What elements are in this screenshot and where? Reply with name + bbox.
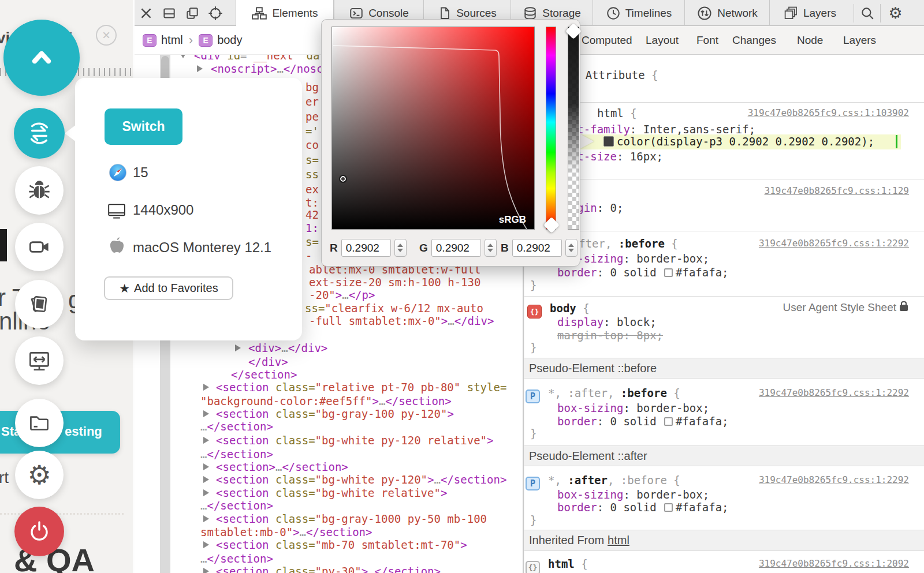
scroll-top-button[interactable] [3, 20, 80, 96]
disclosure-triangle-icon[interactable] [180, 55, 187, 58]
tab-elements[interactable]: Elements [236, 0, 334, 26]
disclosure-triangle-icon[interactable] [203, 568, 209, 573]
switch-button[interactable] [14, 108, 65, 159]
css-declaration-line[interactable]: display: block; [557, 315, 657, 329]
channel-input-g[interactable] [431, 239, 481, 257]
css-declaration-line[interactable]: box-sizing: border-box; [557, 401, 709, 415]
dom-tree-line[interactable]: -full smtablet:mx-0">…</div> [309, 314, 494, 328]
dom-tree-fragment[interactable]: s= [305, 235, 319, 249]
style-tab-font[interactable]: Font [696, 26, 718, 54]
dom-tree-line[interactable]: </section> [231, 368, 297, 381]
dom-tree-fragment[interactable]: ex [305, 183, 319, 196]
dom-tree-line[interactable]: smtablet:mb-0">…</section> [200, 526, 372, 539]
tab-timelines[interactable]: Timelines [593, 0, 684, 26]
color-swatch[interactable] [603, 136, 614, 147]
disclosure-triangle-icon[interactable] [197, 65, 203, 72]
power-button[interactable] [14, 507, 64, 556]
dom-tree-line[interactable]: …</section> [200, 448, 273, 461]
dom-tree-fragment[interactable]: ss [305, 168, 319, 181]
dom-tree-line[interactable]: …</section> [200, 552, 273, 565]
stylesheet-resource-link[interactable]: 319c47e0b8265fc9.css:1:103902 [748, 107, 909, 118]
dom-tree-fragment[interactable]: t: [305, 196, 319, 209]
tab-network[interactable]: Network [684, 0, 769, 26]
dom-tree-line[interactable]: -20">…</p> [309, 289, 375, 302]
breadcrumb-item-html[interactable]: html [161, 33, 183, 47]
dom-tree-line[interactable]: <div>…</div> [248, 342, 327, 355]
stylesheet-resource-link[interactable]: 319c47e0b8265fc9.css:1:2292 [759, 238, 909, 249]
disclosure-triangle-icon[interactable] [203, 489, 209, 496]
dom-tree-line[interactable]: <section class="relative pt-70 pb-80" st… [216, 381, 506, 394]
close-icon[interactable] [135, 3, 157, 23]
disclosure-triangle-icon[interactable] [203, 541, 209, 548]
screenshots-button[interactable] [15, 280, 64, 328]
dom-tree-fragment[interactable]: - [305, 249, 312, 263]
stepper-control[interactable] [394, 239, 407, 257]
css-declaration-line[interactable]: border: 0 solid #fafafa; [557, 265, 729, 279]
dom-tree-fragment[interactable]: =' [305, 125, 319, 138]
dom-tree-line[interactable]: <section class="bg-white relative"> [216, 486, 447, 500]
settings-gear-icon[interactable]: ⚙ [880, 4, 910, 23]
dom-tree-fragment[interactable]: er [305, 95, 319, 108]
channel-input-b[interactable] [512, 239, 562, 257]
css-declaration-line[interactable]: box-sizing: border-box; [557, 488, 709, 501]
dom-tree-fragment[interactable]: co [305, 138, 319, 152]
css-declaration-line[interactable]: } [530, 426, 536, 440]
record-video-button[interactable] [15, 223, 64, 271]
css-declaration-line[interactable]: } [530, 340, 536, 354]
dom-tree-line[interactable]: <section class="mb-70 smtablet:mt-70"> [216, 538, 467, 552]
dom-tree-line[interactable]: ss="clearfix w-6/12 mx-auto [305, 302, 483, 315]
dom-tree-line[interactable]: …</section> [200, 499, 273, 512]
dom-tree-fragment[interactable]: 1: [305, 222, 319, 235]
dom-tree-line[interactable]: "background-color:#eef5ff">…</section> [200, 395, 452, 408]
stepper-control[interactable] [485, 239, 497, 257]
stylesheet-resource-link[interactable]: 319c47e0b8265fc9.css:1:129 [765, 185, 909, 196]
dom-tree-line[interactable]: <section class="bg-white py-120">…</sect… [216, 473, 506, 486]
stylesheet-resource-link[interactable]: 319c47e0b8265fc9.css:1:2092 [759, 558, 909, 569]
css-declaration-line[interactable]: } [530, 513, 536, 527]
css-declaration-line[interactable]: html { [597, 106, 637, 120]
disclosure-triangle-icon[interactable] [203, 410, 209, 417]
dom-tree-line[interactable]: </div> [248, 355, 288, 369]
css-declaration-line[interactable]: border: 0 solid #fafafa; [557, 414, 729, 428]
add-to-favorites-button[interactable]: ★ Add to Favorites [104, 276, 233, 300]
dock-bottom-icon[interactable] [158, 3, 180, 23]
disclosure-triangle-icon[interactable] [203, 476, 209, 483]
dock-side-icon[interactable] [181, 3, 203, 23]
css-declaration-line[interactable]: } [530, 278, 536, 292]
disclosure-triangle-icon[interactable] [235, 344, 241, 351]
dom-tree-line[interactable]: <section class="py-30">…</section> [216, 565, 441, 573]
disclosure-triangle-icon[interactable] [203, 384, 209, 391]
inspect-target-icon[interactable] [204, 3, 226, 23]
dom-tree-fragment[interactable]: pe [305, 110, 319, 123]
search-icon[interactable] [854, 4, 880, 23]
dom-tree-fragment[interactable]: 42 [305, 208, 319, 222]
stylesheet-resource-link[interactable]: 319c47e0b8265fc9.css:1:2292 [759, 474, 909, 485]
css-declaration-line[interactable]: border: 0 solid #fafafa; [557, 500, 729, 514]
hue-slider[interactable] [546, 27, 556, 230]
alpha-slider[interactable] [568, 27, 579, 230]
files-button[interactable] [15, 399, 64, 447]
tab-layers[interactable]: Layers [769, 0, 850, 26]
style-tab-layers[interactable]: Layers [843, 26, 876, 54]
breadcrumb-item-body[interactable]: body [217, 33, 242, 47]
dom-tree-line[interactable]: <section class="bg-white py-120 relative… [216, 434, 493, 447]
style-tab-node[interactable]: Node [797, 26, 823, 54]
saturation-brightness-field[interactable]: sRGB [331, 27, 535, 230]
dom-tree-line[interactable]: <section class="bg-gray-100 py-120"> [216, 407, 454, 421]
switch-button[interactable]: Switch [105, 108, 182, 145]
dom-tree-line[interactable]: <section>…</section> [216, 460, 348, 474]
stylesheet-resource-link[interactable]: 319c47e0b8265fc9.css:1:2292 [759, 387, 909, 398]
css-declaration-line[interactable]: margin-top: 8px; [557, 328, 663, 342]
debug-button[interactable] [15, 166, 64, 215]
close-circle-icon[interactable]: × [96, 25, 117, 46]
channel-input-r[interactable] [341, 239, 391, 257]
disclosure-triangle-icon[interactable] [203, 437, 209, 444]
dom-tree-line[interactable]: ext-size-20 sm:h-100 h-130 [309, 276, 480, 289]
color-declaration-value[interactable]: color(display-p3 0.2902 0.2902 0.2902); [617, 134, 874, 148]
style-tab-layout[interactable]: Layout [646, 26, 679, 54]
dom-tree-line[interactable]: …</section> [200, 420, 273, 433]
resolution-button[interactable] [15, 336, 64, 385]
settings-button[interactable]: ⚙ [15, 451, 64, 499]
dom-tree-fragment[interactable]: bg [305, 81, 319, 94]
style-tab-changes[interactable]: Changes [732, 26, 776, 54]
